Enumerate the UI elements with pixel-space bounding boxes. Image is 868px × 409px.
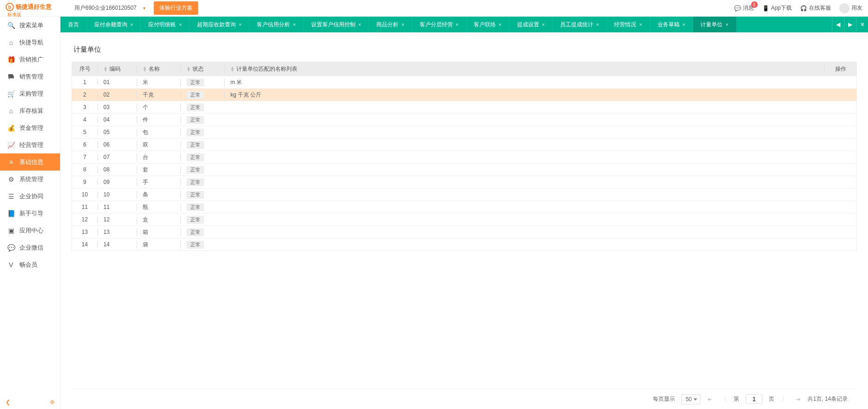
sidebar-item-12[interactable]: ▣应用中心 [0,222,60,239]
tab-6[interactable]: 商品分析× [369,17,412,32]
user-menu[interactable]: 用友 [839,3,862,13]
tab-11[interactable]: 经营情况× [607,17,650,32]
cell-name: 手 [137,178,181,186]
tab-label: 商品分析 [376,21,398,29]
tab-close-icon[interactable]: × [456,22,458,27]
tabs-close-all[interactable]: ✕ [856,17,868,32]
cell-status: 正常 [181,128,224,136]
col-match[interactable]: ▲▼计量单位匹配的名称列表 [224,65,824,73]
app-download-button[interactable]: 📱 App下载 [762,4,792,12]
tab-2[interactable]: 应付明细账× [141,17,189,32]
tab-close-icon[interactable]: × [401,22,404,27]
sort-icon: ▲▼ [103,66,108,72]
tab-close-icon[interactable]: × [596,22,599,27]
status-badge: 正常 [187,191,204,199]
cell-index: 7 [72,154,97,160]
sidebar-item-5[interactable]: ⌂库存核算 [0,102,60,119]
cell-status: 正常 [181,241,224,249]
messages-badge: 6 [751,1,758,8]
messages-button[interactable]: 💬 消息 6 [734,4,754,12]
table-row[interactable]: 1313箱正常 [72,226,856,238]
sidebar-item-1[interactable]: ⌂快捷导航 [0,34,60,51]
sidebar-item-7[interactable]: 📈经营管理 [0,136,60,153]
sidebar-item-11[interactable]: 📘新手引导 [0,205,60,222]
sidebar-item-6[interactable]: 💰资金管理 [0,119,60,136]
pager-first[interactable]: ⇤ [707,396,713,403]
page-title: 计量单位 [73,45,857,54]
pager-prev[interactable]: 〈 [720,395,727,403]
tab-7[interactable]: 客户分层经营× [412,17,466,32]
table-row[interactable]: 808套正常 [72,163,856,176]
tab-close-icon[interactable]: × [179,22,181,27]
page-input[interactable] [746,394,762,404]
pager-last[interactable]: ⇥ [795,396,801,403]
col-status[interactable]: ▲▼状态 [181,65,224,73]
sidebar-item-9[interactable]: ⚙系统管理 [0,171,60,188]
tab-close-icon[interactable]: × [639,22,642,27]
table-row[interactable]: 404件正常 [72,113,856,126]
tabs-scroll-right[interactable]: ▶ [844,17,856,32]
tab-10[interactable]: 员工提成统计× [553,17,607,32]
cell-code: 10 [97,191,137,198]
cell-index: 13 [72,229,97,235]
table-row[interactable]: 909手正常 [72,176,856,188]
sidebar-help-icon[interactable]: ⊛ [50,399,54,405]
tab-close-icon[interactable]: × [293,22,295,27]
sidebar-icon: 🎁 [7,56,15,63]
tab-0[interactable]: 首页 [60,17,87,32]
cell-status: 正常 [181,191,224,199]
tab-close-icon[interactable]: × [682,22,685,27]
tab-8[interactable]: 客户联络× [466,17,509,32]
phone-icon: 📱 [762,5,769,12]
sidebar-collapse-icon[interactable]: ❮ [6,399,10,405]
sidebar-item-2[interactable]: 🎁营销推广 [0,51,60,68]
cell-match: kg 千克 公斤 [224,91,824,99]
per-page-select[interactable]: 50 [681,394,700,404]
tab-close-icon[interactable]: × [499,22,501,27]
try-industry-button[interactable]: 体验行业方案 [154,1,198,15]
tab-5[interactable]: 设置客户信用控制× [304,17,369,32]
tab-close-icon[interactable]: × [542,22,545,27]
sidebar-item-3[interactable]: ⛟销售管理 [0,68,60,85]
top-header: 用户690企业1660120507 ▾ 体验行业方案 💬 消息 6 📱 App下… [0,0,868,17]
table-row[interactable]: 1010条正常 [72,188,856,201]
tab-close-icon[interactable]: × [358,22,361,27]
tab-close-icon[interactable]: × [130,22,133,27]
online-service-button[interactable]: 🎧 在线客服 [800,4,831,12]
tab-close-icon[interactable]: × [239,22,241,27]
tab-4[interactable]: 客户信用分析× [249,17,303,32]
col-name[interactable]: ▲▼名称 [137,65,181,73]
sidebar-item-13[interactable]: 💬企业微信 [0,239,60,256]
tab-9[interactable]: 提成设置× [510,17,553,32]
table-row[interactable]: 606双正常 [72,138,856,151]
status-badge: 正常 [187,153,204,161]
tab-12[interactable]: 业务草稿× [650,17,693,32]
table-row[interactable]: 505包正常 [72,126,856,138]
pager-next[interactable]: 〉 [781,395,788,403]
tab-close-icon[interactable]: × [725,22,728,27]
table-row[interactable]: 1111瓶正常 [72,201,856,213]
sidebar-label: 畅会员 [19,261,37,269]
sidebar-item-0[interactable]: 🔍搜索菜单 [0,17,60,34]
tabs-scroll-left[interactable]: ◀ [832,17,844,32]
table-row[interactable]: 303个正常 [72,101,856,113]
tenant-selector[interactable]: 用户690企业1660120507 ▾ [74,4,145,12]
sidebar-icon: 📈 [7,141,15,149]
cell-status: 正常 [181,104,224,111]
sidebar-item-4[interactable]: 🛒采购管理 [0,85,60,102]
sort-icon: ▲▼ [143,66,147,72]
col-code[interactable]: ▲▼编码 [97,65,137,73]
table-row[interactable]: 707台正常 [72,151,856,163]
table-row[interactable]: 101米正常m 米 [72,76,856,88]
tab-13[interactable]: 计量单位× [693,17,736,32]
table-row[interactable]: 202千克正常kg 千克 公斤 [72,88,856,101]
sidebar-item-8[interactable]: ≡基础信息 [0,153,60,171]
tab-1[interactable]: 应付余额查询× [87,17,141,32]
sidebar-item-14[interactable]: V畅会员 [0,256,60,273]
col-index[interactable]: 序号 [72,65,97,73]
table-row[interactable]: 1212盒正常 [72,213,856,226]
sidebar: 🔍搜索菜单⌂快捷导航🎁营销推广⛟销售管理🛒采购管理⌂库存核算💰资金管理📈经营管理… [0,17,60,409]
table-row[interactable]: 1414袋正常 [72,238,856,250]
tab-3[interactable]: 超期应收款查询× [190,17,249,32]
sidebar-item-10[interactable]: ☰企业协同 [0,188,60,205]
